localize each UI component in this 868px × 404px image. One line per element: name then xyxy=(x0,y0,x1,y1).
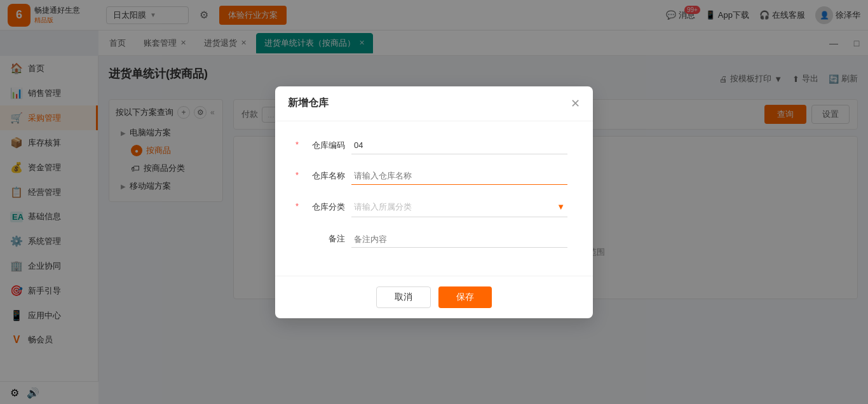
modal-header: 新增仓库 ✕ xyxy=(275,86,593,121)
code-label: 仓库编码 xyxy=(301,140,351,151)
save-button[interactable]: 保存 xyxy=(438,286,492,308)
form-row-code: 仓库编码 xyxy=(301,137,567,154)
form-row-category: 仓库分类 请输入所属分类 ▼ xyxy=(301,198,567,217)
modal-footer: 取消 保存 xyxy=(275,276,593,318)
new-warehouse-modal: 新增仓库 ✕ 仓库编码 仓库名称 仓库分类 请输入所属分类 ▼ xyxy=(275,86,593,318)
modal-body: 仓库编码 仓库名称 仓库分类 请输入所属分类 ▼ 备注 xyxy=(275,121,593,276)
code-input[interactable] xyxy=(351,137,567,154)
modal-overlay: 新增仓库 ✕ 仓库编码 仓库名称 仓库分类 请输入所属分类 ▼ xyxy=(0,0,868,404)
cancel-button[interactable]: 取消 xyxy=(376,286,431,308)
name-label: 仓库名称 xyxy=(301,170,351,182)
modal-close-btn[interactable]: ✕ xyxy=(571,97,580,111)
name-input[interactable] xyxy=(351,167,567,185)
category-label: 仓库分类 xyxy=(301,201,351,213)
form-row-name: 仓库名称 xyxy=(301,167,567,185)
form-row-note: 备注 xyxy=(301,230,567,248)
category-select[interactable]: 请输入所属分类 ▼ xyxy=(351,198,567,217)
note-textarea[interactable] xyxy=(351,230,567,248)
category-select-arrow-icon: ▼ xyxy=(557,202,565,212)
modal-title: 新增仓库 xyxy=(288,97,329,110)
note-label: 备注 xyxy=(301,233,351,245)
